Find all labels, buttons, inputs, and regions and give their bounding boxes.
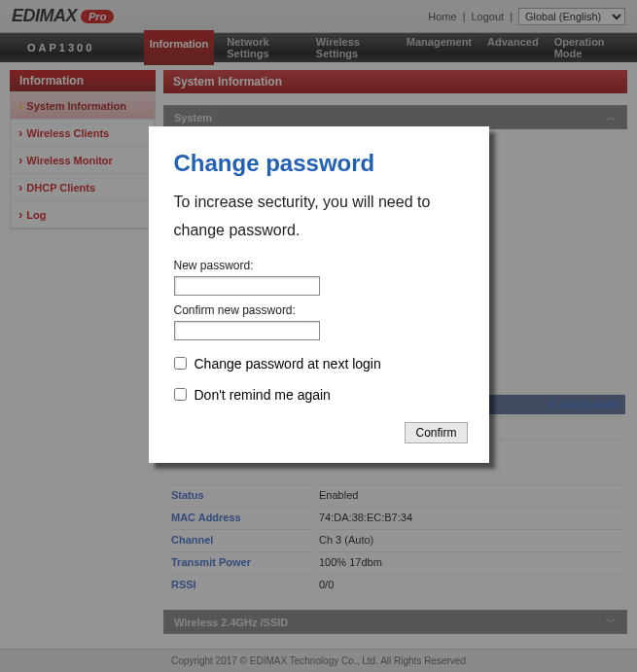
change-next-login-checkbox[interactable]: [174, 357, 187, 370]
new-password-label: New password:: [174, 259, 468, 272]
confirm-password-input[interactable]: [174, 321, 320, 340]
modal-message: To increase secturity, you will need to …: [174, 189, 468, 245]
dont-remind-label: Don't remind me again: [195, 387, 331, 403]
confirm-button[interactable]: Confirm: [405, 422, 467, 443]
confirm-password-label: Confirm new password:: [174, 303, 468, 317]
dont-remind-checkbox[interactable]: [174, 388, 187, 401]
modal-title: Change password: [174, 150, 468, 177]
change-password-modal: Change password To increase secturity, y…: [149, 126, 489, 463]
page-root: EDIMAX Pro Home | Logout | Global (Engli…: [0, 0, 637, 672]
change-next-login-label: Change password at next login: [195, 356, 381, 371]
modal-overlay: Change password To increase secturity, y…: [0, 0, 637, 672]
new-password-input[interactable]: [174, 276, 320, 296]
